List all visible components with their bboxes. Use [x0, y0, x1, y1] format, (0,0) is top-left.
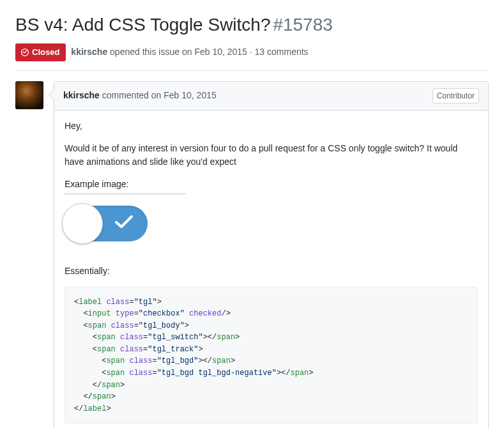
- issue-opener-link[interactable]: kkirsche: [71, 47, 107, 57]
- comment-header: kkirsche commented on Feb 10, 2015 Contr…: [54, 82, 488, 111]
- comment-author-link[interactable]: kkirsche: [63, 89, 100, 102]
- comment-date[interactable]: on Feb 10, 2015: [151, 89, 217, 102]
- essentially-label: Essentially:: [65, 264, 478, 278]
- issue-state-badge: Closed: [15, 43, 66, 61]
- issue-meta-text: kkirsche opened this issue on Feb 10, 20…: [71, 45, 308, 59]
- comment-body: Hey, Would it be of any interest in vers…: [54, 111, 488, 429]
- issue-state-label: Closed: [32, 46, 59, 59]
- header-divider: [15, 70, 489, 71]
- toggle-switch-example: [65, 206, 478, 241]
- contributor-badge: Contributor: [432, 88, 479, 103]
- issue-meta-row: Closed kkirsche opened this issue on Feb…: [15, 43, 489, 61]
- issue-title: BS v4: Add CSS Toggle Switch?: [15, 15, 271, 34]
- avatar[interactable]: [15, 81, 43, 109]
- comment-paragraph: Would it be of any interest in version f…: [65, 142, 478, 169]
- comment-box: kkirsche commented on Feb 10, 2015 Contr…: [54, 81, 489, 429]
- toggle-knob: [62, 203, 103, 244]
- issue-number: #15783: [273, 15, 332, 34]
- toggle-pill: [65, 206, 148, 241]
- checkmark-icon: [114, 214, 134, 233]
- comment-thread: kkirsche commented on Feb 10, 2015 Contr…: [15, 81, 489, 429]
- comment-greeting: Hey,: [65, 119, 478, 133]
- issue-title-row: BS v4: Add CSS Toggle Switch? #15783: [15, 11, 489, 38]
- code-block: <label class="tgl"> <input type="checkbo…: [65, 287, 478, 425]
- example-image-label: Example image:: [65, 178, 186, 194]
- issue-closed-icon: [20, 48, 29, 57]
